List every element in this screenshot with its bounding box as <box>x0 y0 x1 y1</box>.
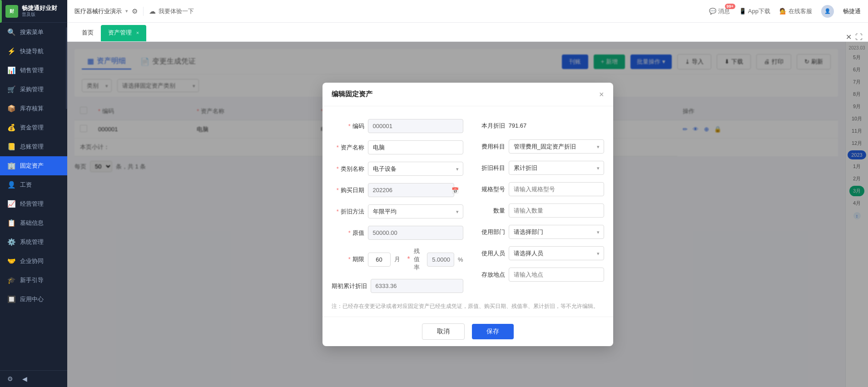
quantity-input[interactable] <box>509 203 604 218</box>
dialog-header: 编辑固定资产 × <box>322 83 613 106</box>
appstore-icon: 🔲 <box>7 295 15 303</box>
form-row-dep-method: * 折旧方法 年限平均 <box>332 201 463 222</box>
form-row-spec: 规格型号 <box>472 179 604 200</box>
dialog-note: 注：已经存在变更记录或者对应固定资产已经生成凭证，原值、购买日期、残值率、累计折… <box>322 302 613 317</box>
sidebar-item-collab[interactable]: 🤝 企业协同 <box>0 252 67 271</box>
sidebar-item-finance[interactable]: 💰 资金管理 <box>0 118 67 137</box>
sidebar-item-appstore[interactable]: 🔲 应用中心 <box>0 290 67 309</box>
location-input[interactable] <box>509 268 604 282</box>
download-icon: 📱 <box>739 8 746 15</box>
residual-input[interactable] <box>427 253 454 267</box>
service-icon: 💁 <box>779 8 787 15</box>
company-name: 医疗器械行业演示 <box>74 7 122 15</box>
form-row-dep-account: 折旧科目 累计折旧 <box>472 157 604 179</box>
ledger-icon: 📒 <box>7 143 15 151</box>
sidebar-item-system[interactable]: ⚙️ 系统管理 <box>0 233 67 252</box>
sidebar-item-sales[interactable]: 📊 销售管理 <box>0 61 67 80</box>
app-edition: 普及版 <box>22 11 57 18</box>
sidebar-logo: 财 畅捷通好业财 普及版 <box>0 0 67 23</box>
dep-account-wrap[interactable]: 累计折旧 <box>509 161 604 175</box>
inventory-icon: 📦 <box>7 104 15 113</box>
experience-btn[interactable]: ☁ 我要体验一下 <box>149 7 194 15</box>
dep-account-select[interactable]: 累计折旧 <box>509 161 604 175</box>
required-mark2: * <box>407 255 410 263</box>
dialog-body: * 编码 * 资产名称 <box>322 106 613 302</box>
sidebar-item-label: 搜索菜单 <box>20 28 44 36</box>
purchase-icon: 🛒 <box>7 85 15 94</box>
date-label: * 购买日期 <box>332 186 364 194</box>
form-col-left: * 编码 * 资产名称 <box>332 115 463 297</box>
tab-asset-management[interactable]: 资产管理 × <box>101 25 146 41</box>
dep-method-select-wrap[interactable]: 年限平均 <box>368 204 463 218</box>
required-mark: * <box>337 208 339 215</box>
residual-unit: % <box>458 256 463 263</box>
main-area: 医疗器械行业演示 ▾ ⚙ ☁ 我要体验一下 💬 消息 99+ 📱 App下载 💁… <box>67 0 868 387</box>
notification-icon: 💬 <box>709 8 716 15</box>
form-row-category: * 类别名称 电子设备 <box>332 158 463 179</box>
person-select[interactable]: 请选择人员 <box>509 246 604 260</box>
sidebar-bottom: ⚙ ◀ <box>0 370 67 387</box>
sidebar-item-label: 系统管理 <box>20 238 44 246</box>
sidebar-item-label: 固定资产 <box>20 162 44 170</box>
expense-account-select[interactable]: 管理费用_固定资产折旧 <box>509 139 604 154</box>
form-row-monthly-dep: 本月折旧 791.67 <box>472 115 604 136</box>
person-wrap[interactable]: 请选择人员 <box>509 246 604 260</box>
category-select[interactable]: 电子设备 <box>368 162 463 176</box>
form-row-name: * 资产名称 <box>332 137 463 158</box>
category-label: * 类别名称 <box>332 165 364 173</box>
payroll-icon: 👤 <box>7 181 15 189</box>
cancel-button[interactable]: 取消 <box>422 323 465 340</box>
sidebar-item-payroll[interactable]: 👤 工资 <box>0 175 67 194</box>
department-select[interactable]: 请选择部门 <box>509 225 604 239</box>
dialog-close-icon[interactable]: × <box>599 90 604 99</box>
asset-name-input[interactable] <box>368 140 463 154</box>
code-input[interactable] <box>368 119 463 133</box>
original-input[interactable] <box>368 226 463 240</box>
tab-home-label: 首页 <box>82 29 94 36</box>
window-maximize-icon[interactable]: ⛶ <box>855 33 863 41</box>
settings-icon[interactable]: ⚙ <box>7 375 13 382</box>
tab-actions: ✕ ⛶ <box>846 33 868 41</box>
date-input[interactable] <box>368 183 454 197</box>
online-service-btn[interactable]: 💁 在线客服 <box>779 7 812 15</box>
required-mark: * <box>348 229 351 236</box>
sidebar-item-search[interactable]: 🔍 搜索菜单 <box>0 23 67 42</box>
sidebar: 财 畅捷通好业财 普及版 🔍 搜索菜单 ⚡ 快捷导航 📊 销售管理 🛒 采购管理… <box>0 0 67 387</box>
content: ▦ 资产明细 📄 变更生成凭证 刊账 + 新增 批量操作 ▾ <box>67 42 868 387</box>
category-select-wrap[interactable]: 电子设备 <box>368 162 463 176</box>
settings-gear-icon[interactable]: ⚙ <box>132 7 138 15</box>
sidebar-item-inventory[interactable]: 📦 库存核算 <box>0 99 67 118</box>
period-row: 月 * 残值率 % <box>368 247 463 272</box>
spec-input[interactable] <box>509 182 604 196</box>
department-wrap[interactable]: 请选择部门 <box>509 225 604 239</box>
experience-icon: ☁ <box>149 7 156 15</box>
sidebar-item-label: 采购管理 <box>20 85 44 94</box>
tab-home[interactable]: 首页 <box>74 25 101 41</box>
sidebar-item-guide[interactable]: 🎓 新手引导 <box>0 271 67 290</box>
app-download-btn[interactable]: 📱 App下载 <box>739 7 770 15</box>
initial-dep-input[interactable] <box>371 279 463 293</box>
save-button[interactable]: 保存 <box>472 324 514 339</box>
period-input[interactable] <box>368 253 391 267</box>
dep-method-select[interactable]: 年限平均 <box>368 204 463 218</box>
sidebar-item-purchase[interactable]: 🛒 采购管理 <box>0 80 67 99</box>
period-label: * 期限 <box>332 255 364 263</box>
sidebar-item-quicknav[interactable]: ⚡ 快捷导航 <box>0 42 67 61</box>
window-close-icon[interactable]: ✕ <box>846 33 852 41</box>
collapse-icon[interactable]: ◀ <box>22 375 27 382</box>
form-row-period: * 期限 月 * 残值率 % <box>332 243 463 275</box>
username[interactable]: 畅捷通 <box>843 7 861 15</box>
notification-btn[interactable]: 💬 消息 99+ <box>709 7 730 15</box>
sidebar-item-ledger[interactable]: 📒 总账管理 <box>0 137 67 156</box>
sidebar-item-label: 基础信息 <box>20 219 44 227</box>
tab-close-icon[interactable]: × <box>136 30 139 35</box>
sidebar-item-basic-info[interactable]: 📋 基础信息 <box>0 213 67 233</box>
company-dropdown-icon[interactable]: ▾ <box>125 8 128 14</box>
period-unit: 月 <box>394 255 400 263</box>
original-label: * 原值 <box>332 229 364 237</box>
sidebar-item-label: 快捷导航 <box>20 47 44 55</box>
expense-account-wrap[interactable]: 管理费用_固定资产折旧 <box>509 139 604 154</box>
sidebar-item-fixed-assets[interactable]: 🏢 固定资产 <box>0 156 67 175</box>
residual-rate-label: 残值率 <box>414 247 423 272</box>
sidebar-item-operations[interactable]: 📈 经营管理 <box>0 194 67 213</box>
